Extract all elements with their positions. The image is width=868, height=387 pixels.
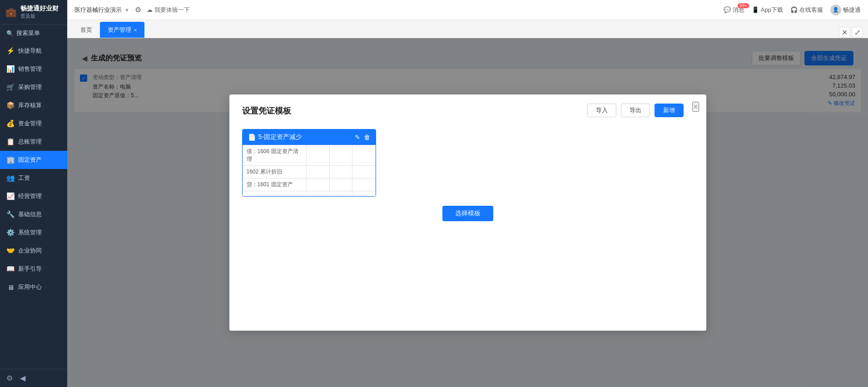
new-template-button[interactable]: 新增 bbox=[655, 104, 684, 117]
template-edit-icon[interactable]: ✎ bbox=[355, 134, 360, 141]
cloud-icon: ☁ bbox=[147, 6, 153, 13]
export-button[interactable]: 导出 bbox=[621, 104, 650, 117]
template-row bbox=[243, 191, 375, 196]
sidebar-item-label: 总账管理 bbox=[18, 138, 42, 146]
sidebar-item-库存核算[interactable]: 📦库存核算 bbox=[0, 96, 67, 114]
sidebar-item-label: 新手引导 bbox=[18, 265, 42, 273]
sidebar-item-快捷导航[interactable]: ⚡快捷导航 bbox=[0, 42, 67, 60]
cloud-label: 我要体验一下 bbox=[154, 6, 190, 14]
settings-icon[interactable]: ⚙ bbox=[6, 374, 13, 382]
avatar: 👤 bbox=[830, 5, 841, 15]
nav-icon: 🤝 bbox=[6, 247, 15, 255]
sidebar-item-工资[interactable]: 👥工资 bbox=[0, 169, 67, 187]
import-button[interactable]: 导入 bbox=[587, 104, 616, 117]
template-cell-2 bbox=[329, 166, 352, 179]
sidebar-item-label: 销售管理 bbox=[18, 65, 42, 73]
template-card-action-buttons: ✎ 🗑 bbox=[355, 134, 370, 141]
nav-icon: 🛒 bbox=[6, 83, 15, 91]
sidebar-item-新手引导[interactable]: 📖新手引导 bbox=[0, 260, 67, 278]
topbar-right: 💬 消息 99+ 📱 App下载 🎧 在线客服 👤 畅捷通 bbox=[724, 5, 861, 15]
sidebar-item-销售管理[interactable]: 📊销售管理 bbox=[0, 60, 67, 78]
template-row: 借：1606 固定资产清理 bbox=[243, 145, 375, 166]
nav-icon: ⚡ bbox=[6, 47, 15, 55]
collapse-icon[interactable]: ◀ bbox=[20, 374, 25, 382]
nav-icon: 👥 bbox=[6, 174, 15, 182]
template-cell-2 bbox=[329, 179, 352, 191]
brand-name: 医疗器械行业演示 bbox=[74, 6, 122, 14]
nav-icon: 🖥 bbox=[6, 283, 15, 291]
template-row: 1602 累计折旧 bbox=[243, 166, 375, 179]
message-badge: 99+ bbox=[738, 3, 749, 8]
nav-icon: ⚙️ bbox=[6, 228, 15, 237]
template-cell-2 bbox=[329, 191, 352, 196]
nav-icon: 📋 bbox=[6, 138, 15, 146]
topbar-brand[interactable]: 医疗器械行业演示 ▼ bbox=[74, 6, 129, 14]
modal-close-button[interactable]: × bbox=[692, 102, 699, 112]
user-label: 畅捷通 bbox=[843, 6, 861, 14]
nav-icon: 📈 bbox=[6, 192, 15, 200]
sidebar-item-label: 资金管理 bbox=[18, 119, 42, 128]
sidebar-item-label: 快捷导航 bbox=[18, 47, 42, 55]
sidebar-item-label: 经营管理 bbox=[18, 192, 42, 200]
template-card-header: 📄 5-固定资产减少 ✎ 🗑 bbox=[243, 129, 376, 145]
sidebar-search[interactable]: 🔍 搜索菜单 bbox=[0, 25, 67, 42]
tab-asset-management[interactable]: 资产管理 × bbox=[100, 22, 144, 38]
tab-maximize-button[interactable]: ⤢ bbox=[852, 27, 863, 38]
template-account bbox=[243, 191, 307, 196]
app-label: App下载 bbox=[761, 6, 783, 14]
sidebar-item-label: 库存核算 bbox=[18, 101, 42, 109]
template-row: 贷：1601 固定资产 bbox=[243, 179, 375, 191]
template-cell-1 bbox=[307, 145, 329, 166]
search-icon: 🔍 bbox=[6, 30, 14, 37]
tab-close-icon[interactable]: × bbox=[134, 27, 137, 33]
template-cell-3 bbox=[352, 145, 375, 166]
template-delete-icon[interactable]: 🗑 bbox=[364, 134, 370, 141]
modal-toolbar: 导入 导出 新增 bbox=[587, 104, 684, 117]
tab-home[interactable]: 首页 bbox=[73, 22, 100, 38]
template-account: 贷：1601 固定资产 bbox=[243, 179, 307, 191]
sidebar-item-应用中心[interactable]: 🖥应用中心 bbox=[0, 278, 67, 296]
topbar-online-service[interactable]: 🎧 在线客服 bbox=[790, 6, 823, 14]
template-cell-2 bbox=[329, 145, 352, 166]
tabbar: 首页 资产管理 × ✕ ⤢ bbox=[67, 20, 868, 38]
topbar-user[interactable]: 👤 畅捷通 bbox=[830, 5, 861, 15]
tab-close-button[interactable]: ✕ bbox=[839, 27, 850, 38]
topbar: 医疗器械行业演示 ▼ ⚙ ☁ 我要体验一下 💬 消息 99+ 📱 App下载 bbox=[67, 0, 868, 20]
topbar-messages[interactable]: 💬 消息 99+ bbox=[724, 6, 744, 14]
tab-asset-label: 资产管理 bbox=[108, 26, 131, 34]
sidebar-search-label: 搜索菜单 bbox=[16, 29, 40, 37]
sidebar-item-label: 应用中心 bbox=[18, 283, 42, 291]
template-name: 5-固定资产减少 bbox=[258, 133, 302, 141]
nav-icon: 🔧 bbox=[6, 210, 15, 218]
sidebar-item-资金管理[interactable]: 💰资金管理 bbox=[0, 114, 67, 133]
tab-home-label: 首页 bbox=[80, 26, 92, 34]
template-cell-3 bbox=[352, 191, 375, 196]
sidebar-item-经营管理[interactable]: 📈经营管理 bbox=[0, 187, 67, 205]
service-label: 在线客服 bbox=[799, 6, 823, 14]
template-cell-3 bbox=[352, 179, 375, 191]
app-name: 畅捷通好业财 bbox=[20, 5, 59, 13]
sidebar-item-label: 企业协同 bbox=[18, 247, 42, 255]
topbar-cloud-trial[interactable]: ☁ 我要体验一下 bbox=[147, 6, 190, 14]
sidebar-item-系统管理[interactable]: ⚙️系统管理 bbox=[0, 223, 67, 242]
sidebar-item-label: 系统管理 bbox=[18, 228, 42, 237]
sidebar-item-总账管理[interactable]: 📋总账管理 bbox=[0, 133, 67, 151]
select-template-section: 选择模板 bbox=[242, 206, 694, 221]
nav-icon: 💰 bbox=[6, 119, 15, 128]
nav-icon: 📦 bbox=[6, 101, 15, 109]
template-cell-1 bbox=[307, 179, 329, 191]
modal-set-template: × 设置凭证模板 导入 导出 新增 📄 5-固定资产减 bbox=[229, 94, 706, 331]
sidebar-item-企业协同[interactable]: 🤝企业协同 bbox=[0, 242, 67, 260]
message-icon: 💬 bbox=[724, 6, 731, 13]
sidebar-item-基础信息[interactable]: 🔧基础信息 bbox=[0, 205, 67, 223]
template-account: 1602 累计折旧 bbox=[243, 166, 307, 179]
tabbar-actions: ✕ ⤢ bbox=[839, 27, 863, 38]
select-template-button[interactable]: 选择模板 bbox=[442, 206, 493, 221]
topbar-app-download[interactable]: 📱 App下载 bbox=[752, 6, 783, 14]
sidebar-item-采购管理[interactable]: 🛒采购管理 bbox=[0, 78, 67, 96]
topbar-settings-icon[interactable]: ⚙ bbox=[135, 5, 141, 14]
sidebar-item-固定资产[interactable]: 🏢固定资产 bbox=[0, 151, 67, 169]
content-area: ◀ 生成的凭证预览 批量调整模板 全部生成凭证 ✓ 变动类型：资产清理 资产名 bbox=[67, 38, 868, 387]
nav-icon: 📊 bbox=[6, 65, 15, 73]
sidebar-item-label: 固定资产 bbox=[18, 156, 42, 164]
